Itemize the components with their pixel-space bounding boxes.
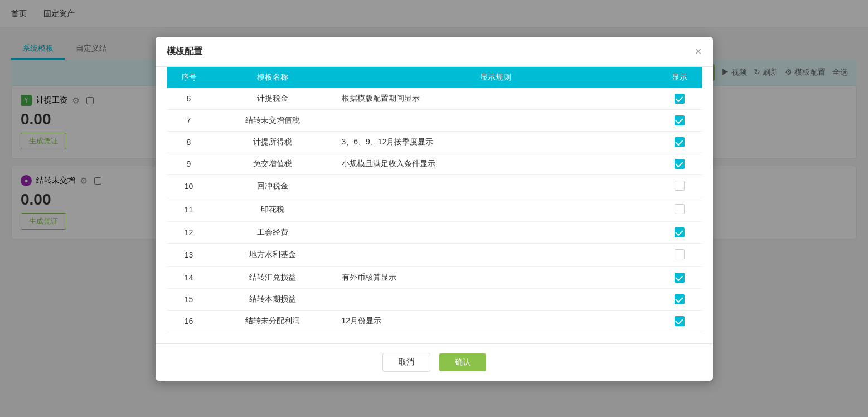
row-seq: 9 xyxy=(167,153,211,174)
row-seq: 14 xyxy=(167,266,211,288)
row-checkbox[interactable] xyxy=(675,273,685,283)
col-display: 显示 xyxy=(657,67,702,88)
row-rule: 12月份显示 xyxy=(334,310,657,332)
row-checkbox-cell xyxy=(657,153,702,174)
row-checkbox-cell xyxy=(657,221,702,243)
table-row: 6计提税金根据模版配置期间显示 xyxy=(167,88,702,110)
row-seq: 15 xyxy=(167,288,211,310)
row-checkbox-cell xyxy=(657,266,702,288)
row-checkbox[interactable] xyxy=(675,159,685,169)
row-rule: 小规模且满足收入条件显示 xyxy=(334,153,657,174)
table-row: 10回冲税金 xyxy=(167,174,702,198)
row-rule: 有外币核算显示 xyxy=(334,266,657,288)
dialog-body: 序号 模板名称 显示规则 显示 6计提税金根据模版配置期间显示7结转未交增值税8… xyxy=(156,67,713,343)
row-checkbox[interactable] xyxy=(675,316,685,326)
row-seq: 8 xyxy=(167,131,211,153)
row-name: 回冲税金 xyxy=(211,174,334,198)
row-rule xyxy=(334,243,657,266)
col-seq: 序号 xyxy=(167,67,211,88)
row-checkbox-cell xyxy=(657,310,702,332)
table-row: 12工会经费 xyxy=(167,221,702,243)
row-seq: 10 xyxy=(167,174,211,198)
row-checkbox[interactable] xyxy=(675,204,685,214)
row-checkbox-cell xyxy=(657,88,702,110)
row-seq: 13 xyxy=(167,243,211,266)
row-seq: 12 xyxy=(167,221,211,243)
row-name: 结转未分配利润 xyxy=(211,310,334,332)
table-row: 16结转未分配利润12月份显示 xyxy=(167,310,702,332)
dialog-close-button[interactable]: × xyxy=(695,46,702,57)
row-checkbox-cell xyxy=(657,288,702,310)
row-rule xyxy=(334,288,657,310)
table-row: 11印花税 xyxy=(167,198,702,221)
row-name: 结转汇兑损益 xyxy=(211,266,334,288)
row-checkbox[interactable] xyxy=(675,249,685,259)
row-name: 计提所得税 xyxy=(211,131,334,153)
table-row: 9免交增值税小规模且满足收入条件显示 xyxy=(167,153,702,174)
row-name: 计提税金 xyxy=(211,88,334,110)
row-checkbox-cell xyxy=(657,174,702,198)
table-row: 14结转汇兑损益有外币核算显示 xyxy=(167,266,702,288)
row-rule xyxy=(334,109,657,131)
row-name: 工会经费 xyxy=(211,221,334,243)
row-rule: 根据模版配置期间显示 xyxy=(334,88,657,110)
table-row: 15结转本期损益 xyxy=(167,288,702,310)
cancel-button[interactable]: 取消 xyxy=(382,353,430,372)
row-rule: 3、6、9、12月按季度显示 xyxy=(334,131,657,153)
row-name: 地方水利基金 xyxy=(211,243,334,266)
row-name: 结转未交增值税 xyxy=(211,109,334,131)
table-row: 8计提所得税3、6、9、12月按季度显示 xyxy=(167,131,702,153)
dialog-footer: 取消 确认 xyxy=(156,343,713,381)
row-checkbox-cell xyxy=(657,243,702,266)
row-name: 免交增值税 xyxy=(211,153,334,174)
config-table-body: 6计提税金根据模版配置期间显示7结转未交增值税8计提所得税3、6、9、12月按季… xyxy=(167,88,702,332)
row-seq: 6 xyxy=(167,88,211,110)
row-rule xyxy=(334,174,657,198)
col-name: 模板名称 xyxy=(211,67,334,88)
template-config-dialog: 模板配置 × 序号 模板名称 显示规则 显示 6计提税金根据模版配置期间显示7结… xyxy=(156,37,713,381)
row-checkbox-cell xyxy=(657,131,702,153)
row-seq: 11 xyxy=(167,198,211,221)
dialog-header: 模板配置 × xyxy=(156,37,713,67)
row-checkbox-cell xyxy=(657,198,702,221)
confirm-button[interactable]: 确认 xyxy=(439,353,486,371)
row-seq: 16 xyxy=(167,310,211,332)
row-checkbox[interactable] xyxy=(675,181,685,191)
modal-overlay: 模板配置 × 序号 模板名称 显示规则 显示 6计提税金根据模版配置期间显示7结… xyxy=(0,0,868,417)
row-checkbox[interactable] xyxy=(675,115,685,125)
row-checkbox[interactable] xyxy=(675,94,685,104)
config-table-header: 序号 模板名称 显示规则 显示 xyxy=(167,67,702,88)
table-row: 13地方水利基金 xyxy=(167,243,702,266)
row-name: 印花税 xyxy=(211,198,334,221)
row-rule xyxy=(334,221,657,243)
row-checkbox[interactable] xyxy=(675,294,685,304)
table-row: 7结转未交增值税 xyxy=(167,109,702,131)
row-name: 结转本期损益 xyxy=(211,288,334,310)
row-checkbox-cell xyxy=(657,109,702,131)
config-table: 序号 模板名称 显示规则 显示 6计提税金根据模版配置期间显示7结转未交增值税8… xyxy=(167,67,702,332)
row-rule xyxy=(334,198,657,221)
row-checkbox[interactable] xyxy=(675,227,685,237)
row-seq: 7 xyxy=(167,109,211,131)
col-rule: 显示规则 xyxy=(334,67,657,88)
dialog-title: 模板配置 xyxy=(167,46,202,57)
row-checkbox[interactable] xyxy=(675,137,685,147)
